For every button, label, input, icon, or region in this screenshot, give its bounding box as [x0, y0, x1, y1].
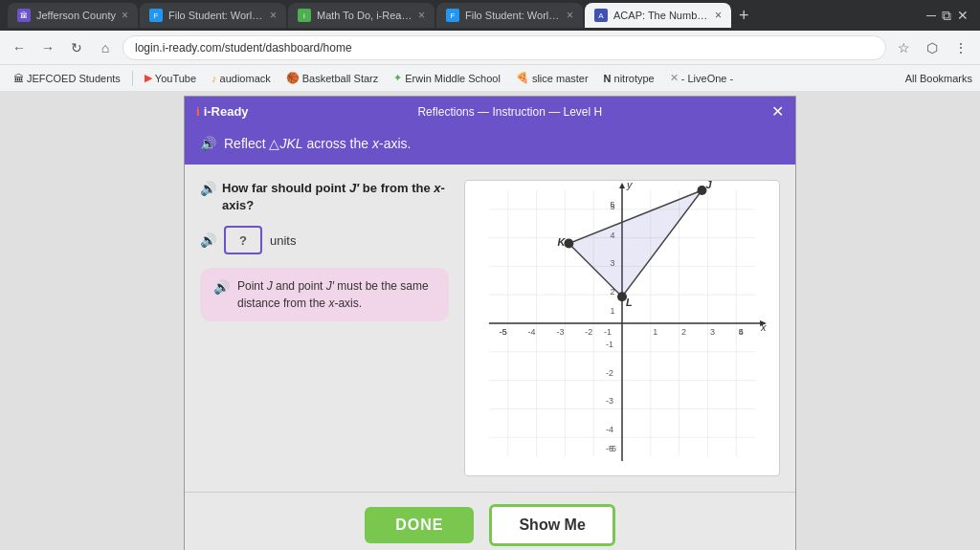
- jefcoed-label: JEFCOED Students: [27, 73, 121, 84]
- iready-logo: i i-Ready: [196, 104, 249, 119]
- svg-marker-47: [568, 190, 702, 297]
- svg-text:-2: -2: [606, 368, 613, 378]
- reload-button[interactable]: ↻: [65, 36, 88, 59]
- tab5-close[interactable]: ×: [715, 9, 722, 22]
- bookmark-jefcoed[interactable]: 🏛 JEFCOED Students: [8, 71, 126, 86]
- tab-bar: 🏛 Jefferson County × F Filo Student: Wor…: [0, 0, 980, 31]
- svg-text:1: 1: [653, 327, 657, 337]
- bookmark-erwin[interactable]: ✦ Erwin Middle School: [388, 70, 506, 86]
- graph-container: x y -5 -4 -3 -2 -1 1 2 3 4 5: [464, 180, 780, 476]
- tab-jefferson-county[interactable]: 🏛 Jefferson County ×: [8, 3, 138, 28]
- tab2-close[interactable]: ×: [270, 9, 277, 22]
- svg-text:x: x: [760, 321, 767, 333]
- svg-text:3: 3: [710, 327, 715, 337]
- basketball-label: Basketball Starz: [302, 73, 378, 84]
- iready-window: i i-Ready Reflections — Instruction — Le…: [184, 96, 796, 550]
- tab2-favicon: F: [149, 9, 163, 22]
- address-bar[interactable]: login.i-ready.com/student/dashboard/home: [122, 35, 886, 60]
- svg-text:y: y: [626, 181, 633, 190]
- tab3-label: Math To Do, i-Ready: [317, 10, 412, 21]
- iready-close-button[interactable]: ✕: [771, 102, 784, 121]
- tab4-close[interactable]: ×: [567, 9, 573, 22]
- svg-text:-4: -4: [528, 327, 536, 337]
- question-sound-icon[interactable]: 🔊: [200, 180, 216, 199]
- slice-label: slice master: [532, 73, 589, 84]
- youtube-label: YouTube: [155, 73, 196, 84]
- page-background: i i-Ready Reflections — Instruction — Le…: [0, 92, 980, 550]
- bookmark-youtube[interactable]: ▶ YouTube: [139, 70, 202, 86]
- svg-text:-3: -3: [606, 396, 613, 406]
- tab1-favicon: 🏛: [17, 9, 31, 22]
- bookmark-basketball[interactable]: 🏀 Basketball Starz: [280, 70, 384, 86]
- answer-row: 🔊 ? units: [200, 226, 449, 254]
- tab4-label: Filo Student: World's Only Li...: [465, 10, 561, 21]
- tab5-favicon: A: [594, 9, 608, 22]
- point-k: [564, 239, 573, 249]
- instruction-sound-icon[interactable]: 🔊: [200, 136, 216, 151]
- coordinate-graph: x y -5 -4 -3 -2 -1 1 2 3 4 5: [465, 181, 779, 475]
- left-panel: 🔊 How far should point J′ be from the x-…: [200, 180, 449, 476]
- svg-text:5: 5: [611, 200, 615, 209]
- nitrotype-icon: N: [604, 73, 612, 84]
- iready-content: 🔊 How far should point J′ be from the x-…: [185, 165, 795, 492]
- minimize-button[interactable]: ─: [926, 8, 936, 23]
- svg-text:K: K: [557, 236, 566, 248]
- close-window-button[interactable]: ✕: [957, 8, 969, 23]
- all-bookmarks-btn[interactable]: All Bookmarks: [905, 73, 972, 84]
- liveone-icon: ✕: [670, 72, 679, 84]
- svg-text:5: 5: [739, 327, 744, 337]
- tab4-favicon: F: [446, 9, 459, 22]
- youtube-icon: ▶: [145, 72, 152, 84]
- bookmark-audiomack[interactable]: ♪ audiomack: [206, 71, 277, 86]
- bookmark-button[interactable]: ☆: [892, 36, 915, 59]
- hint-text: Point J and point J′ must be the same di…: [237, 277, 435, 312]
- erwin-icon: ✦: [393, 72, 402, 84]
- nitrotype-label: nitrotype: [614, 73, 655, 84]
- instruction-area: 🔊 Reflect △JKL across the x-axis.: [200, 136, 780, 151]
- iready-logo-icon: i: [196, 104, 200, 119]
- bookmark-liveone[interactable]: ✕ - LiveOne -: [664, 70, 739, 86]
- home-button[interactable]: ⌂: [94, 36, 117, 59]
- svg-text:-2: -2: [585, 327, 592, 337]
- svg-text:-1: -1: [606, 340, 613, 349]
- svg-text:J: J: [705, 181, 712, 190]
- bottom-controls: DONE Show Me: [185, 492, 795, 550]
- menu-button[interactable]: ⋮: [949, 36, 972, 59]
- svg-marker-21: [619, 183, 625, 188]
- svg-text:L: L: [626, 297, 633, 308]
- tab-acap[interactable]: A ACAP: The Number System... ×: [585, 3, 731, 28]
- restore-button[interactable]: ⧉: [942, 8, 951, 24]
- back-button[interactable]: ←: [8, 36, 31, 59]
- tab3-favicon: i: [298, 9, 311, 22]
- hint-sound-icon[interactable]: 🔊: [213, 277, 230, 312]
- audiomack-icon: ♪: [212, 73, 217, 84]
- extensions-button[interactable]: ⬡: [921, 36, 944, 59]
- tab5-label: ACAP: The Number System...: [613, 10, 709, 21]
- units-label: units: [270, 233, 296, 248]
- bookmark-slice[interactable]: 🍕 slice master: [510, 70, 594, 86]
- forward-button[interactable]: →: [36, 36, 59, 59]
- done-button[interactable]: DONE: [365, 507, 474, 543]
- erwin-label: Erwin Middle School: [405, 73, 501, 84]
- tab-math-todo[interactable]: i Math To Do, i-Ready ×: [288, 3, 434, 28]
- tab-filo2[interactable]: F Filo Student: World's Only Li... ×: [436, 3, 583, 28]
- svg-text:-5: -5: [500, 327, 507, 337]
- tab-filo1[interactable]: F Filo Student: World's Only Li... ×: [140, 3, 286, 28]
- iready-titlebar: i i-Ready Reflections — Instruction — Le…: [185, 97, 795, 126]
- right-panel: x y -5 -4 -3 -2 -1 1 2 3 4 5: [464, 180, 780, 476]
- new-tab-button[interactable]: +: [733, 6, 755, 26]
- divider: [132, 71, 133, 86]
- tab3-close[interactable]: ×: [418, 9, 425, 22]
- svg-text:-3: -3: [556, 327, 564, 337]
- answer-sound-icon[interactable]: 🔊: [200, 232, 216, 248]
- question-area: 🔊 How far should point J′ be from the x-…: [200, 180, 449, 214]
- browser-toolbar: ← → ↻ ⌂ login.i-ready.com/student/dashbo…: [0, 31, 980, 65]
- show-me-button[interactable]: Show Me: [489, 504, 614, 546]
- basketball-icon: 🏀: [286, 72, 300, 84]
- liveone-label: - LiveOne -: [681, 73, 733, 84]
- tab1-close[interactable]: ×: [122, 9, 128, 22]
- slice-icon: 🍕: [516, 72, 529, 84]
- hint-box: 🔊 Point J and point J′ must be the same …: [200, 268, 449, 321]
- answer-input[interactable]: ?: [224, 226, 262, 254]
- bookmark-nitrotype[interactable]: N nitrotype: [598, 71, 660, 86]
